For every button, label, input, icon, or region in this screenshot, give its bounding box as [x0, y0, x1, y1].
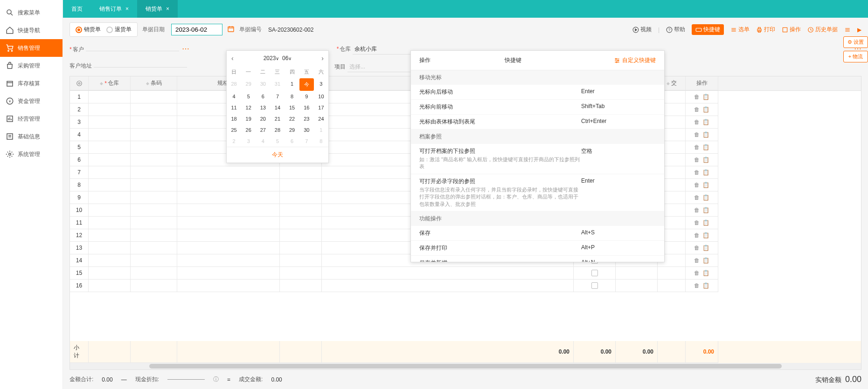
table-cell[interactable] — [89, 229, 131, 242]
calendar-day[interactable]: 11 — [227, 102, 241, 113]
table-cell[interactable] — [89, 166, 131, 179]
table-cell[interactable] — [131, 242, 177, 254]
delete-icon[interactable]: 🗑 — [694, 144, 700, 150]
table-cell[interactable] — [131, 217, 177, 229]
calendar-day-next[interactable]: 1 — [314, 124, 328, 136]
table-cell[interactable] — [177, 267, 280, 280]
customer-field[interactable] — [86, 49, 179, 51]
table-cell[interactable] — [280, 254, 322, 267]
calendar-prev[interactable]: ‹ — [231, 55, 234, 62]
gift-cell[interactable] — [574, 280, 616, 292]
copy-icon[interactable]: 📋 — [702, 207, 709, 213]
gift-cell[interactable] — [574, 267, 616, 280]
delete-icon[interactable]: 🗑 — [694, 157, 700, 163]
table-cell[interactable] — [89, 154, 131, 166]
sidebar-item-nav[interactable]: 快捷导航 — [0, 21, 62, 39]
copy-icon[interactable]: 📋 — [702, 270, 709, 276]
calendar-icon[interactable] — [227, 25, 235, 34]
delete-icon[interactable]: 🗑 — [694, 219, 700, 226]
table-cell[interactable] — [177, 229, 280, 242]
calendar-day[interactable]: 28 — [270, 124, 285, 136]
calendar-day[interactable]: 12 — [241, 102, 256, 113]
table-cell[interactable] — [280, 179, 322, 191]
table-cell[interactable] — [177, 204, 280, 217]
copy-icon[interactable]: 📋 — [702, 94, 709, 100]
calendar-day[interactable]: 5 — [241, 91, 256, 102]
table-cell[interactable] — [89, 191, 131, 204]
copy-icon[interactable]: 📋 — [702, 194, 709, 201]
calendar-day[interactable]: 27 — [256, 124, 270, 136]
delete-icon[interactable]: 🗑 — [694, 106, 700, 113]
action-cell[interactable]: 🗑📋 — [686, 229, 718, 242]
action-cell[interactable]: 🗑📋 — [686, 267, 718, 280]
calendar-day-next[interactable]: 3 — [241, 136, 256, 147]
gift-checkbox[interactable] — [591, 282, 598, 289]
table-cell[interactable] — [131, 103, 177, 116]
table-cell[interactable] — [280, 166, 322, 179]
calendar-day-prev[interactable]: 29 — [241, 78, 256, 91]
calendar-next[interactable]: › — [321, 55, 324, 62]
calendar-day[interactable]: 10 — [314, 91, 328, 102]
table-cell[interactable] — [177, 254, 280, 267]
tab-sales-order[interactable]: 销售订单× — [91, 0, 137, 18]
calendar-day[interactable]: 25 — [227, 124, 241, 136]
action-cell[interactable]: 🗑📋 — [686, 254, 718, 267]
calendar-day[interactable]: 8 — [285, 91, 299, 102]
delete-icon[interactable]: 🗑 — [694, 182, 700, 188]
calendar-day-next[interactable]: 6 — [285, 136, 299, 147]
table-cell[interactable] — [89, 204, 131, 217]
history-button[interactable]: 历史单据 — [807, 26, 838, 34]
copy-icon[interactable]: 📋 — [702, 119, 709, 125]
sidebar-item-inventory[interactable]: 库存核算 — [0, 75, 62, 92]
table-cell[interactable] — [131, 166, 177, 179]
calendar-day-next[interactable]: 5 — [270, 136, 285, 147]
copy-icon[interactable]: 📋 — [702, 169, 709, 176]
delete-icon[interactable]: 🗑 — [694, 119, 700, 125]
th-warehouse[interactable]: ◆*仓库 — [89, 76, 131, 90]
more-toolbar-button[interactable] — [844, 27, 851, 33]
table-cell[interactable] — [280, 217, 322, 229]
gift-checkbox[interactable] — [591, 270, 598, 276]
table-cell[interactable] — [89, 116, 131, 129]
table-cell[interactable] — [658, 280, 686, 292]
calendar-day[interactable]: 22 — [285, 113, 299, 124]
next-button[interactable]: ▶ — [857, 27, 861, 33]
table-cell[interactable] — [89, 280, 131, 292]
calendar-today-button[interactable]: 今天 — [227, 147, 328, 163]
table-cell[interactable] — [131, 191, 177, 204]
table-cell[interactable] — [131, 91, 177, 103]
calendar-day[interactable]: 18 — [227, 113, 241, 124]
th-settings[interactable] — [70, 76, 89, 90]
action-cell[interactable]: 🗑📋 — [686, 166, 718, 179]
discount-field[interactable] — [167, 379, 205, 380]
date-input[interactable] — [171, 24, 222, 35]
table-cell[interactable] — [131, 254, 177, 267]
calendar-day[interactable]: 6 — [256, 91, 270, 102]
table-cell[interactable] — [177, 166, 280, 179]
calendar-day-next[interactable]: 7 — [299, 136, 314, 147]
copy-icon[interactable]: 📋 — [702, 106, 709, 113]
sidebar-item-search[interactable]: 搜索菜单 — [0, 4, 62, 21]
sidebar-item-base[interactable]: 基础信息 — [0, 128, 62, 145]
table-cell[interactable] — [131, 141, 177, 154]
action-cell[interactable]: 🗑📋 — [686, 217, 718, 229]
calendar-day[interactable]: 13 — [256, 102, 270, 113]
delete-icon[interactable]: 🗑 — [694, 245, 700, 251]
address-field[interactable] — [94, 65, 187, 68]
select-button[interactable]: 选单 — [730, 26, 750, 34]
calendar-day[interactable]: 16 — [299, 102, 314, 113]
help-button[interactable]: ?帮助 — [666, 26, 685, 34]
calendar-day[interactable]: 24 — [314, 113, 328, 124]
copy-icon[interactable]: 📋 — [702, 157, 709, 163]
calendar-day[interactable]: 30 — [299, 124, 314, 136]
calendar-day[interactable]: 今 — [299, 78, 314, 91]
delete-icon[interactable]: 🗑 — [694, 282, 700, 289]
horizontal-scrollbar[interactable] — [70, 363, 861, 369]
action-cell[interactable]: 🗑📋 — [686, 91, 718, 103]
table-cell[interactable] — [131, 116, 177, 129]
table-cell[interactable] — [280, 280, 322, 292]
copy-icon[interactable]: 📋 — [702, 182, 709, 188]
table-cell[interactable] — [280, 229, 322, 242]
calendar-day[interactable]: 20 — [256, 113, 270, 124]
copy-icon[interactable]: 📋 — [702, 131, 709, 138]
